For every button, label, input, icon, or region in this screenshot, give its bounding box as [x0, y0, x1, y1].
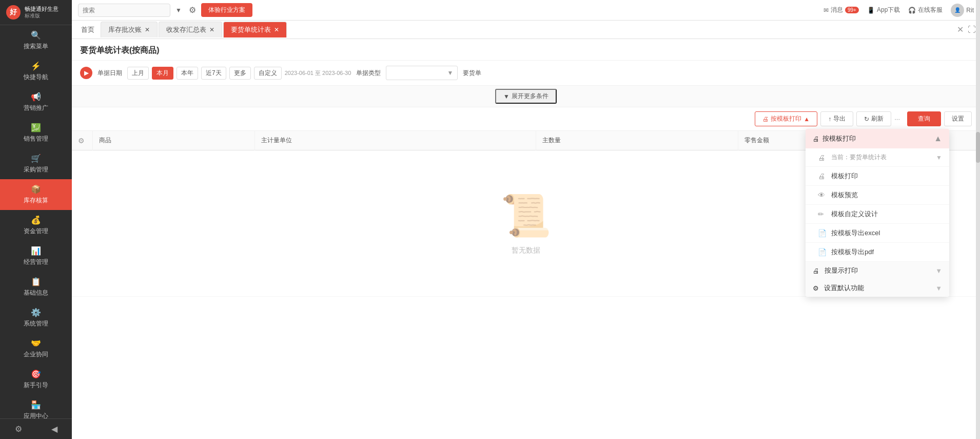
expand-more-btn[interactable]: ▼ 展开更多条件: [495, 89, 557, 104]
sidebar-item-appstore[interactable]: 🏪 应用中心: [0, 395, 72, 418]
app-download-item[interactable]: 📱 App下载: [867, 6, 900, 14]
th-gear[interactable]: ⚙: [72, 131, 92, 150]
settings-footer-icon[interactable]: ⚙: [15, 424, 22, 434]
tab-order-stats[interactable]: 要货单统计表 ✕: [223, 22, 287, 37]
app-download-label: App下载: [877, 6, 900, 14]
date-7days-btn[interactable]: 近7天: [201, 67, 226, 80]
date-custom-btn[interactable]: 自定义: [254, 67, 282, 80]
sidebar-item-label: 企业协同: [24, 350, 48, 359]
marketing-icon: 📢: [31, 92, 41, 102]
logo-text: 畅捷通好生意: [25, 5, 58, 12]
sidebar-item-sales[interactable]: 💹 销售管理: [0, 118, 72, 148]
type-filter-select[interactable]: ▼: [386, 66, 458, 80]
sidebar-item-label: 搜索菜单: [24, 42, 48, 51]
quicknav-icon: ⚡: [31, 61, 41, 71]
sidebar-footer: ⚙ ◀: [0, 418, 72, 439]
select-arrow-icon: ▼: [447, 69, 453, 77]
date-curr-btn[interactable]: 本月: [152, 67, 173, 80]
th-product: 商品: [92, 131, 254, 150]
sidebar-item-guide[interactable]: 🎯 新手引导: [0, 364, 72, 395]
window-maximize-icon[interactable]: ⛶: [968, 25, 976, 34]
template-preview-label: 模板预览: [831, 190, 858, 200]
avatar: 👤: [951, 4, 964, 17]
print-arrow-icon: ▲: [803, 116, 810, 123]
template-print-icon: 🖨: [818, 172, 826, 180]
scrollbar[interactable]: [976, 0, 980, 439]
expand-arrow-btn[interactable]: ▶: [80, 67, 92, 79]
tab-collection-label: 收发存汇总表: [166, 25, 206, 34]
sidebar-item-purchase[interactable]: 🛒 采购管理: [0, 148, 72, 179]
empty-icon: 📜: [500, 192, 552, 240]
window-close-icon[interactable]: ✕: [957, 25, 964, 34]
action-dots-icon[interactable]: ···: [894, 115, 900, 123]
scrollbar-thumb[interactable]: [976, 132, 980, 163]
template-design-icon: ✏: [818, 210, 826, 218]
export-excel-label: 按模板导出excel: [831, 228, 880, 238]
expand-more-label: 展开更多条件: [512, 92, 548, 101]
dropdown-template-print[interactable]: 🖨 模板打印: [806, 167, 949, 186]
export-button[interactable]: ↑ 导出: [820, 111, 853, 126]
print-icon: 🖨: [762, 116, 769, 123]
dropdown-export-excel[interactable]: 📄 按模板导出excel: [806, 224, 949, 243]
tab-order-stats-close[interactable]: ✕: [274, 26, 279, 33]
table-settings-icon[interactable]: ⚙: [78, 137, 85, 145]
sidebar-item-search[interactable]: 🔍 搜索菜单: [0, 25, 72, 56]
dropdown-template-design[interactable]: ✏ 模板自定义设计: [806, 205, 949, 224]
action-right: 🖨 按模板打印 ▲ ↑ 导出 ↻ 刷新 ··· 查询 设置: [755, 111, 972, 126]
export-pdf-icon: 📄: [818, 248, 826, 256]
message-item[interactable]: ✉ 消息 99+: [824, 6, 859, 14]
print-button[interactable]: 🖨 按模板打印 ▲: [755, 111, 817, 126]
search-input[interactable]: [78, 4, 170, 17]
sidebar-item-finance[interactable]: 💰 资金管理: [0, 210, 72, 241]
current-label: 当前：要货单统计表: [831, 153, 887, 162]
page-title: 要货单统计表(按商品): [80, 45, 972, 56]
dropdown-default-func[interactable]: ⚙ 设置默认功能 ▼: [806, 279, 949, 297]
sidebar-item-cooperation[interactable]: 🤝 企业协同: [0, 333, 72, 364]
experience-button[interactable]: 体验行业方案: [201, 3, 252, 17]
current-arrow-icon: ▼: [936, 154, 942, 161]
tab-home[interactable]: 首页: [76, 22, 100, 37]
sidebar-scroll: 🔍 搜索菜单 ⚡ 快捷导航 📢 营销推广 💹 销售管理 🛒 采购管理 📦 库存核…: [0, 25, 72, 418]
sidebar-item-quicknav[interactable]: ⚡ 快捷导航: [0, 56, 72, 87]
date-more-btn[interactable]: 更多: [229, 67, 251, 80]
collapse-icon[interactable]: ◀: [51, 424, 57, 434]
sidebar-item-label: 应用中心: [24, 412, 48, 418]
user-avatar-item[interactable]: 👤 Rit: [951, 4, 974, 17]
query-button[interactable]: 查询: [907, 111, 941, 126]
tab-collection-close[interactable]: ✕: [209, 26, 214, 33]
page: 要货单统计表(按商品) ▶ 单据日期 上月 本月 本年 近7天 更多 自定义 2…: [72, 39, 980, 439]
date-year-btn[interactable]: 本年: [177, 67, 198, 80]
sidebar-item-label: 基础信息: [24, 289, 48, 297]
sidebar-item-label: 系统管理: [24, 319, 48, 328]
refresh-button[interactable]: ↻ 刷新: [856, 111, 891, 126]
template-preview-icon: 👁: [818, 191, 826, 199]
online-service-item[interactable]: 🎧 在线客服: [908, 6, 943, 14]
tab-batch-close[interactable]: ✕: [145, 26, 150, 33]
sidebar-item-label: 快捷导航: [24, 73, 48, 82]
sidebar-item-label: 采购管理: [24, 165, 48, 174]
system-icon: ⚙️: [31, 308, 41, 317]
dropdown-export-pdf[interactable]: 📄 按模板导出pdf: [806, 243, 949, 262]
guide-icon: 🎯: [31, 369, 41, 379]
gear-icon[interactable]: ⚙: [189, 5, 196, 15]
sidebar-item-system[interactable]: ⚙️ 系统管理: [0, 302, 72, 333]
sidebar-item-marketing[interactable]: 📢 营销推广: [0, 87, 72, 118]
sidebar-item-basic[interactable]: 📋 基础信息: [0, 272, 72, 302]
dropdown-current-item[interactable]: 🖨 当前：要货单统计表 ▼: [806, 148, 949, 167]
app-logo: 好 畅捷通好生意 标准版: [0, 0, 72, 25]
tab-collection[interactable]: 收发存汇总表 ✕: [159, 22, 222, 37]
th-quantity: 主数量: [536, 131, 738, 150]
settings-button[interactable]: 设置: [944, 111, 972, 126]
topbar-dropdown[interactable]: ▼: [175, 7, 182, 14]
sidebar-item-inventory[interactable]: 📦 库存核算: [0, 179, 72, 210]
dropdown-template-preview[interactable]: 👁 模板预览: [806, 186, 949, 205]
sidebar-item-operations[interactable]: 📊 经营管理: [0, 241, 72, 272]
date-filter-label: 单据日期: [97, 69, 122, 78]
tab-batch[interactable]: 库存批次账 ✕: [101, 22, 158, 37]
logo-sub: 标准版: [25, 12, 58, 20]
print-dropdown-close-icon[interactable]: ▲: [934, 134, 942, 143]
message-badge: 99+: [845, 7, 859, 13]
tab-order-stats-label: 要货单统计表: [231, 25, 271, 34]
dropdown-display-print[interactable]: 🖨 按显示打印 ▼: [806, 262, 949, 279]
date-prev-btn[interactable]: 上月: [127, 67, 149, 80]
